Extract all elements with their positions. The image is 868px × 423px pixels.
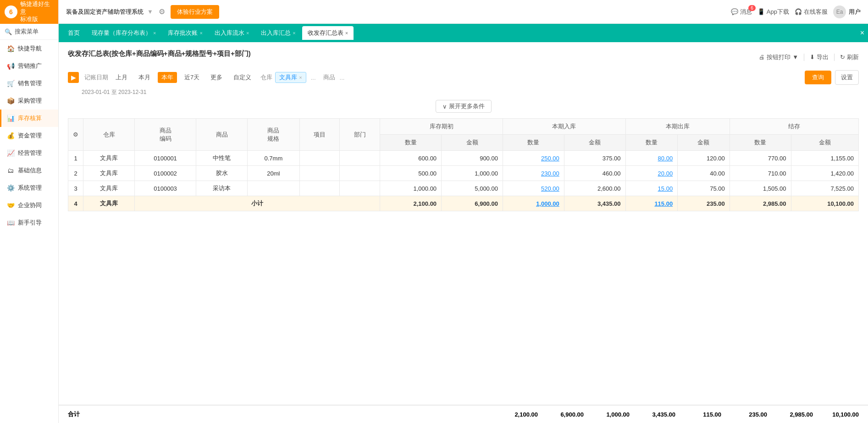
date-btn-this-year[interactable]: 本年 (158, 72, 177, 83)
date-btn-7days[interactable]: 近7天 (181, 72, 203, 83)
bottom-total-bar: 合计 2,100.00 6,900.00 1,000.00 3,435.00 (59, 405, 868, 423)
goods-label: 商品 (323, 73, 335, 82)
trend-icon: 📈 (7, 149, 14, 157)
sidebar-item-marketing[interactable]: 📢 营销推广 (0, 57, 58, 75)
online-service-btn[interactable]: 🎧 在线客服 (795, 8, 828, 16)
query-button[interactable]: 查询 (805, 71, 831, 84)
expand-conditions-btn[interactable]: ∨ 展开更多条件 (436, 100, 492, 113)
total-end-qty: 2,985.00 (776, 411, 813, 418)
col-settings-header[interactable]: ⚙ (68, 119, 83, 151)
row2-project (299, 166, 340, 181)
tab-bar-close[interactable]: × (860, 29, 864, 37)
subtotal-open-amt: 6,900.00 (442, 196, 503, 211)
row3-in-qty[interactable]: 520.00 (503, 181, 564, 196)
sidebar-item-purchase[interactable]: 📦 采购管理 (0, 92, 58, 110)
col-code-header: 商品编码 (135, 119, 196, 151)
page-content: 收发存汇总表(按仓库+商品编码+商品+规格型号+项目+部门) 🖨 按钮打印 ▼ … (59, 42, 868, 423)
trial-button[interactable]: 体验行业方案 (171, 5, 219, 19)
app-download-btn[interactable]: 📱 App下载 (757, 8, 789, 16)
sidebar-item-label: 资金管理 (18, 132, 42, 140)
col-warehouse-header: 仓库 (83, 119, 135, 151)
tab-inout-summary-close[interactable]: × (293, 30, 295, 36)
expand-conditions-row: ∨ 展开更多条件 (68, 100, 859, 113)
warehouse-tag-close[interactable]: × (299, 75, 302, 80)
right-toolbar: 🖨 按钮打印 ▼ ⬇ 导出 ↻ 刷新 (759, 53, 859, 61)
tab-batch-close[interactable]: × (199, 30, 202, 36)
sidebar-item-label: 采购管理 (18, 97, 42, 105)
filter-expand-arrow[interactable]: ▶ (68, 72, 79, 83)
tab-inout-flow-close[interactable]: × (246, 30, 249, 36)
sidebar-search-label: 搜索菜单 (15, 27, 39, 36)
sidebar-nav: 🏠 快捷导航 📢 营销推广 🛒 销售管理 📦 采购管理 📊 库存核算 💰 资金管… (0, 40, 58, 423)
export-btn[interactable]: ⬇ 导出 (810, 53, 829, 61)
sidebar-item-operation[interactable]: 📈 经营管理 (0, 144, 58, 162)
main-area: 装备及固定资产辅助管理系统 ▼ ⚙ 体验行业方案 💬 消息 6 📱 App下载 … (59, 0, 868, 423)
date-range-display: 2023-01-01 至 2023-12-31 (82, 89, 146, 95)
row1-out-qty[interactable]: 80.00 (625, 151, 678, 166)
system-selector[interactable]: 装备及固定资产辅助管理系统 ▼ (66, 8, 153, 16)
subtotal-out-qty[interactable]: 115.00 (625, 196, 678, 211)
settings-icon[interactable]: ⚙ (159, 7, 165, 16)
settings-button[interactable]: 设置 (835, 70, 859, 85)
row3-spec (248, 181, 300, 196)
tab-home-label: 首页 (68, 29, 80, 37)
date-btn-last-month[interactable]: 上月 (112, 72, 131, 83)
sidebar-item-basic[interactable]: 🗂 基础信息 (0, 162, 58, 179)
message-icon: 💬 (731, 8, 738, 15)
tab-stock-dist-close[interactable]: × (153, 30, 156, 36)
sidebar-item-system[interactable]: ⚙️ 系统管理 (0, 179, 58, 197)
tab-inout-flow[interactable]: 出入库流水 × (209, 26, 254, 40)
sidebar-item-sales[interactable]: 🛒 销售管理 (0, 75, 58, 92)
refresh-btn[interactable]: ↻ 刷新 (840, 53, 859, 61)
search-icon: 🔍 (5, 28, 12, 35)
content-area: 收发存汇总表(按仓库+商品编码+商品+规格型号+项目+部门) 🖨 按钮打印 ▼ … (59, 42, 868, 405)
sidebar-item-inventory[interactable]: 📊 库存核算 (0, 110, 58, 127)
tab-stock-dist[interactable]: 现存量（库存分布表） × (86, 26, 161, 40)
phone-icon: 📱 (757, 8, 765, 15)
sidebar-item-guide[interactable]: 📖 新手引导 (0, 214, 58, 231)
tab-batch[interactable]: 库存批次账 × (162, 26, 208, 40)
tab-inout-summary[interactable]: 出入库汇总 × (255, 26, 301, 40)
table-row: 1 文具库 0100001 中性笔 0.7mm 600.00 900.00 25… (68, 151, 859, 166)
message-btn[interactable]: 💬 消息 6 (731, 8, 752, 16)
col-out-qty-header: 数量 (625, 135, 678, 151)
goods-more-dots[interactable]: ... (338, 74, 347, 81)
date-btn-more[interactable]: 更多 (207, 72, 226, 83)
sidebar-item-collab[interactable]: 🤝 企业协同 (0, 197, 58, 214)
tab-home[interactable]: 首页 (62, 26, 85, 40)
col-out-header: 本期出库 (625, 119, 730, 135)
warehouse-more-dots[interactable]: ... (309, 74, 318, 81)
row1-index: 1 (68, 151, 83, 166)
row2-out-qty[interactable]: 20.00 (625, 166, 678, 181)
subtotal-label: 小计 (135, 196, 380, 211)
sidebar-item-quick-nav[interactable]: 🏠 快捷导航 (0, 40, 58, 57)
tab-recv-send-label: 收发存汇总表 (308, 29, 343, 37)
sidebar-item-label: 销售管理 (18, 79, 42, 88)
row1-in-qty[interactable]: 250.00 (503, 151, 564, 166)
print-btn[interactable]: 🖨 按钮打印 ▼ (759, 53, 798, 61)
subtotal-in-qty[interactable]: 1,000.00 (503, 196, 564, 211)
row3-open-qty: 1,000.00 (380, 181, 442, 196)
tab-recv-send-close[interactable]: × (345, 30, 348, 36)
date-btn-this-month[interactable]: 本月 (135, 72, 154, 83)
user-menu[interactable]: Ea 用户 (833, 5, 861, 18)
row1-warehouse: 文具库 (83, 151, 135, 166)
table-row: 2 文具库 0100002 胶水 20ml 500.00 1,000.00 23… (68, 166, 859, 181)
row2-open-amt: 1,000.00 (442, 166, 503, 181)
row3-out-qty[interactable]: 15.00 (625, 181, 678, 196)
action-buttons: 查询 设置 (805, 70, 859, 85)
sidebar-item-label: 库存核算 (18, 114, 42, 122)
date-btn-custom[interactable]: 自定义 (230, 72, 255, 83)
row3-dept (340, 181, 380, 196)
sidebar-item-search[interactable]: 🔍 搜索菜单 (0, 24, 58, 40)
warehouse-tag[interactable]: 文具库 × (275, 72, 306, 83)
col-end-stock-header: 结存 (730, 119, 858, 135)
sidebar-item-finance[interactable]: 💰 资金管理 (0, 127, 58, 144)
row2-in-qty[interactable]: 230.00 (503, 166, 564, 181)
sidebar: 6 畅捷通好生意 标准版 🔍 搜索菜单 🏠 快捷导航 📢 营销推广 🛒 销售管理… (0, 0, 59, 423)
logo-area: 6 畅捷通好生意 标准版 (0, 0, 58, 24)
divider (804, 54, 804, 61)
tab-recv-send[interactable]: 收发存汇总表 × (302, 26, 354, 40)
col-in-qty-header: 数量 (503, 135, 564, 151)
logo-text: 畅捷通好生意 标准版 (20, 0, 54, 24)
